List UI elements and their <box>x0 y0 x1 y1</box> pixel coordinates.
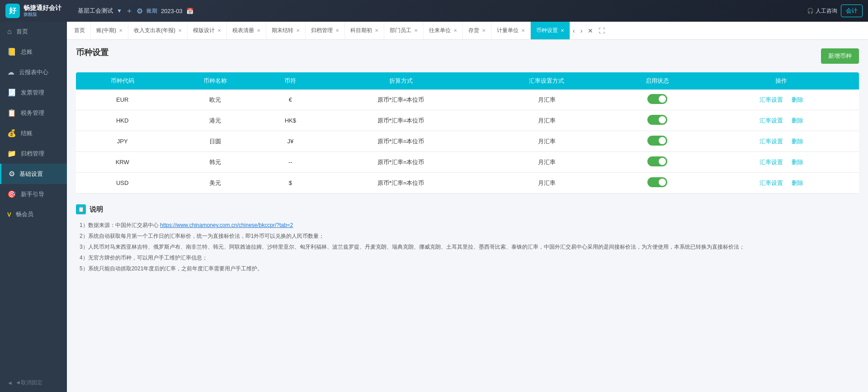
delete-link[interactable]: 删除 <box>792 117 803 124</box>
cell-symbol: $ <box>262 173 319 194</box>
sidebar-item-settings[interactable]: ⚙ 基础设置 <box>0 164 67 184</box>
tab-dept[interactable]: 部门员工 ✕ <box>384 22 424 40</box>
delete-link[interactable]: 删除 <box>792 159 803 165</box>
sidebar: ⌂ 首页 📒 总账 ☁ 云报表中心 🧾 发票管理 📋 税务管理 💰 结账 📁 归… <box>0 22 67 392</box>
cell-rate-type: 月汇率 <box>482 173 611 194</box>
sidebar-label-reports: 云报表中心 <box>19 68 48 76</box>
tab-partner[interactable]: 往来单位 ✕ <box>424 22 463 40</box>
notes-item: 3）人民币对马来西亚林吉特、俄罗斯卢布、南非兰特、韩元、阿联酋迪拉姆、沙特里亚尔… <box>80 241 859 252</box>
toggle-enabled[interactable] <box>647 136 667 146</box>
sidebar-item-tax[interactable]: 📋 税务管理 <box>0 103 67 123</box>
cell-code: EUR <box>76 90 169 110</box>
cell-code: KRW <box>76 152 169 173</box>
settings-icon[interactable]: ⚙ <box>137 7 143 15</box>
toggle-enabled[interactable] <box>647 156 667 166</box>
tab-yearend[interactable]: 期末结转 ✕ <box>266 22 306 40</box>
tab-unit-close[interactable]: ✕ <box>521 28 525 33</box>
account-button[interactable]: 会计 <box>841 5 863 17</box>
add-workspace-icon[interactable]: ＋ <box>126 6 133 16</box>
delete-link[interactable]: 删除 <box>792 179 803 186</box>
cell-action: 汇率设置 删除 <box>704 131 859 152</box>
delete-link[interactable]: 删除 <box>792 138 803 145</box>
notes-link[interactable]: https://www.chinamoney.com.cn/chinese/bk… <box>160 222 293 228</box>
tab-unit[interactable]: 计量单位 ✕ <box>491 22 531 40</box>
toggle-enabled[interactable] <box>647 94 667 104</box>
cell-calc: 原币*汇率=本位币 <box>319 173 483 194</box>
tab-home[interactable]: 首页 <box>69 22 91 40</box>
rate-setting-link[interactable]: 汇率设置 <box>760 96 783 103</box>
tab-subjects-close[interactable]: ✕ <box>375 28 378 33</box>
notes-item: 5）系统只能自动抓取2021年度后的汇率，之前年度汇率需要用户手工维护。 <box>80 263 859 274</box>
notes-section: 📋 说明 1）数据来源：中国外汇交易中心 https://www.chinamo… <box>76 204 859 274</box>
cell-rate-type: 月汇率 <box>482 110 611 131</box>
vip-icon: V <box>7 211 11 218</box>
toggle-enabled[interactable] <box>647 177 667 187</box>
sidebar-label-tax: 税务管理 <box>21 109 44 117</box>
sidebar-label-settings: 基础设置 <box>19 170 43 178</box>
tab-partner-close[interactable]: ✕ <box>453 28 457 33</box>
tab-inventory-label: 存货 <box>468 27 479 34</box>
delete-link[interactable]: 删除 <box>792 96 803 103</box>
tab-inventory-close[interactable]: ✕ <box>482 28 486 33</box>
cell-action: 汇率设置 删除 <box>704 90 859 110</box>
rate-setting-link[interactable]: 汇率设置 <box>760 138 783 145</box>
rate-setting-link[interactable]: 汇率设置 <box>760 179 783 186</box>
main-layout: ⌂ 首页 📒 总账 ☁ 云报表中心 🧾 发票管理 📋 税务管理 💰 结账 📁 归… <box>0 22 868 392</box>
sidebar-item-ledger[interactable]: 📒 总账 <box>0 42 67 62</box>
currency-table: 币种代码 币种名称 币符 折算方式 汇率设置方式 启用状态 操作 EUR 欧元 … <box>76 72 859 194</box>
sidebar-item-home[interactable]: ⌂ 首页 <box>0 22 67 42</box>
table-row: HKD 港元 HK$ 原币*汇率=本位币 月汇率 汇率设置 删除 <box>76 110 859 131</box>
settings-sidebar-icon: ⚙ <box>9 170 15 178</box>
cell-calc: 原币*汇率=本位币 <box>319 110 483 131</box>
tab-close-all-icon[interactable]: ✕ <box>585 27 596 34</box>
toggle-enabled[interactable] <box>647 115 667 125</box>
tab-dept-close[interactable]: ✕ <box>414 28 418 33</box>
tab-subjects-label: 科目期初 <box>350 27 372 34</box>
logo-area: 好 畅捷通好会计 旗舰版 <box>5 4 72 18</box>
calendar-icon[interactable]: 📅 <box>186 8 193 14</box>
tab-currency[interactable]: 币种设置 ✕ <box>531 22 570 40</box>
tab-archive[interactable]: 归档管理 ✕ <box>306 22 345 40</box>
rate-setting-link[interactable]: 汇率设置 <box>760 117 783 124</box>
rate-setting-link[interactable]: 汇率设置 <box>760 159 783 165</box>
cell-rate-type: 月汇率 <box>482 152 611 173</box>
sidebar-footer-pin[interactable]: ◄ ◄取消固定 <box>0 373 67 392</box>
tab-period[interactable]: 账(中期) ✕ <box>91 22 128 40</box>
notes-list: 1）数据来源：中国外汇交易中心 https://www.chinamoney.c… <box>76 220 859 274</box>
new-currency-button[interactable]: 新增币种 <box>821 48 859 64</box>
tab-archive-close[interactable]: ✕ <box>335 28 339 33</box>
tab-tax-close[interactable]: ✕ <box>257 28 260 33</box>
sidebar-item-settlement[interactable]: 💰 结账 <box>0 123 67 143</box>
sidebar-item-archive[interactable]: 📁 归档管理 <box>0 143 67 164</box>
tab-income-close[interactable]: ✕ <box>178 28 182 33</box>
tab-subjects[interactable]: 科目期初 ✕ <box>345 22 384 40</box>
sidebar-item-guide[interactable]: 🎯 新手引导 <box>0 184 67 204</box>
tab-inventory[interactable]: 存货 ✕ <box>463 22 491 40</box>
settlement-icon: 💰 <box>7 129 16 137</box>
cell-name: 欧元 <box>169 90 261 110</box>
tab-next-icon[interactable]: › <box>578 27 585 34</box>
sidebar-item-invoice[interactable]: 🧾 发票管理 <box>0 82 67 103</box>
tab-prev-icon[interactable]: ‹ <box>570 27 578 34</box>
tab-income[interactable]: 收入支出表(年报) ✕ <box>128 22 188 40</box>
tab-tax[interactable]: 税表清册 ✕ <box>227 22 266 40</box>
cell-calc: 原币*汇率=本位币 <box>319 90 483 110</box>
logo-icon: 好 <box>5 4 20 18</box>
tab-period-close[interactable]: ✕ <box>119 28 123 33</box>
tab-template[interactable]: 模版设计 ✕ <box>188 22 227 40</box>
tab-currency-close[interactable]: ✕ <box>561 28 564 33</box>
sidebar-item-reports[interactable]: ☁ 云报表中心 <box>0 62 67 82</box>
notes-header: 📋 说明 <box>76 204 859 214</box>
support-button[interactable]: 🎧 人工咨询 <box>807 7 837 15</box>
th-rate-type: 汇率设置方式 <box>482 72 611 90</box>
pin-icon: ◄ <box>7 380 13 386</box>
sidebar-item-vip[interactable]: V 畅会员 <box>0 204 67 224</box>
workspace-dropdown-icon[interactable]: ▼ <box>117 8 122 14</box>
table-row: USD 美元 $ 原币*汇率=本位币 月汇率 汇率设置 删除 <box>76 173 859 194</box>
tab-period-label: 账(中期) <box>96 27 116 34</box>
workspace-name[interactable]: 基层工会测试 <box>78 7 113 15</box>
tab-expand-icon[interactable]: ⛶ <box>596 27 608 34</box>
tab-template-close[interactable]: ✕ <box>217 28 221 33</box>
cell-enabled <box>611 131 703 152</box>
tab-yearend-close[interactable]: ✕ <box>296 28 300 33</box>
